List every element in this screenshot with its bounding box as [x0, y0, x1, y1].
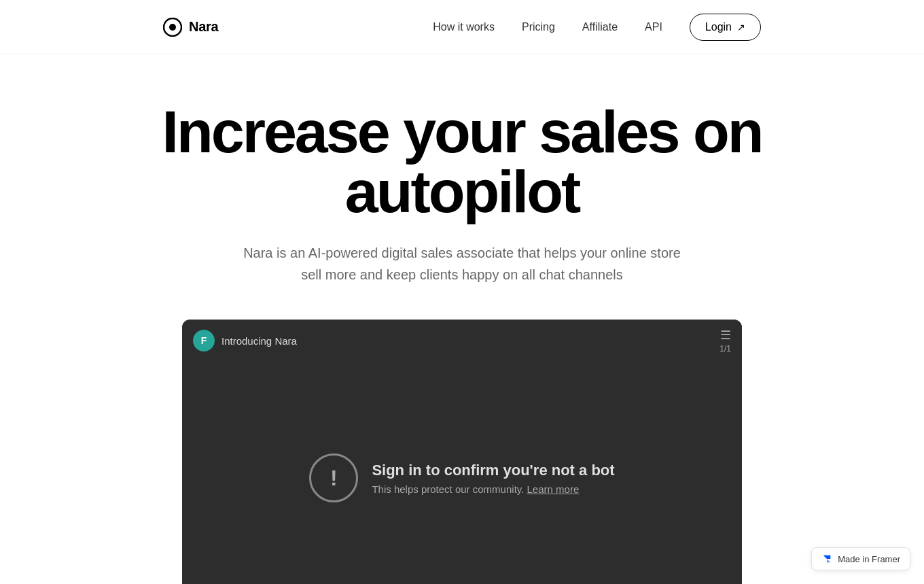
login-button[interactable]: Login ↗ — [690, 14, 761, 41]
video-sign-in-sub: This helps protect our community. Learn … — [372, 483, 614, 495]
nav-affiliate[interactable]: Affiliate — [582, 21, 618, 33]
video-topbar-right: ☰ 1/1 — [719, 328, 731, 354]
nav-links: How it works Pricing Affiliate API Login… — [433, 14, 761, 41]
framer-badge-label: Made in Framer — [838, 554, 900, 564]
framer-icon — [821, 553, 832, 564]
login-label: Login — [705, 21, 732, 33]
hero-subtitle-line1: Nara is an AI-powered digital sales asso… — [243, 245, 681, 260]
video-sub-text: This helps protect our community. — [372, 483, 524, 495]
video-learn-more-link[interactable]: Learn more — [527, 483, 580, 495]
hero-subtitle-line2: sell more and keep clients happy on all … — [301, 267, 623, 282]
video-embed[interactable]: F Introducing Nara ☰ 1/1 ! Sign in to co… — [182, 320, 742, 584]
logo-text: Nara — [189, 19, 218, 35]
video-avatar: F — [193, 330, 215, 351]
video-sign-in-group: ! Sign in to confirm you're not a bot Th… — [309, 453, 614, 502]
navbar: Nara How it works Pricing Affiliate API … — [0, 0, 924, 54]
login-arrow-icon: ↗ — [737, 22, 745, 33]
logo-icon — [163, 18, 182, 37]
hero-section: Increase your sales on autopilot Nara is… — [0, 54, 924, 584]
nav-how-it-works[interactable]: How it works — [433, 21, 495, 33]
hero-title: Increase your sales on autopilot — [88, 102, 836, 222]
logo[interactable]: Nara — [163, 18, 218, 37]
framer-badge[interactable]: Made in Framer — [811, 547, 910, 570]
video-topbar: F Introducing Nara ☰ 1/1 — [182, 320, 742, 362]
video-topbar-left: F Introducing Nara — [193, 330, 297, 351]
video-counter: 1/1 — [719, 344, 731, 354]
svg-point-1 — [169, 24, 176, 31]
video-title: Introducing Nara — [221, 335, 297, 347]
nav-api[interactable]: API — [645, 21, 662, 33]
playlist-icon: ☰ — [720, 328, 731, 343]
hero-subtitle: Nara is an AI-powered digital sales asso… — [243, 242, 681, 286]
nav-pricing[interactable]: Pricing — [522, 21, 555, 33]
video-body: ! Sign in to confirm you're not a bot Th… — [182, 362, 742, 584]
video-sign-in-text: Sign in to confirm you're not a bot This… — [372, 462, 614, 495]
video-sign-in-heading: Sign in to confirm you're not a bot — [372, 462, 614, 479]
warning-icon: ! — [309, 453, 358, 502]
